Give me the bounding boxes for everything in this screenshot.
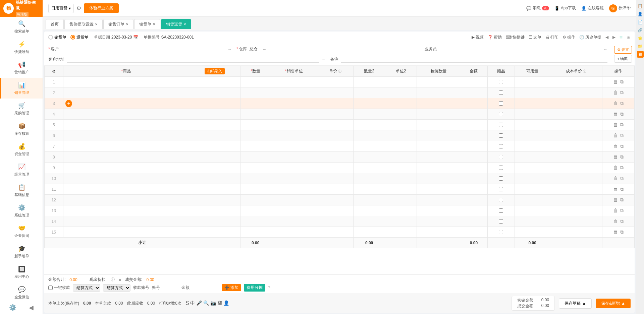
cell-unit-12[interactable] — [271, 195, 317, 205]
gift-check-6[interactable] — [499, 133, 503, 138]
cell-pkgqty-13[interactable] — [417, 205, 460, 216]
cell-gift-1[interactable] — [487, 77, 515, 87]
cell-unit2-13[interactable] — [385, 205, 417, 216]
prev-icon[interactable]: ◀ — [605, 35, 608, 40]
cell-amount-1[interactable] — [460, 77, 487, 87]
cell-available-10[interactable] — [515, 173, 550, 184]
cell-price-11[interactable] — [317, 184, 353, 195]
cell-available-14[interactable] — [515, 216, 550, 227]
settings-gear-icon[interactable]: ⚙ — [76, 5, 81, 11]
gift-check-11[interactable] — [499, 187, 503, 191]
cell-amount-2[interactable] — [460, 87, 487, 98]
address-input[interactable] — [67, 56, 319, 63]
delete-btn-10[interactable]: 🗑 — [612, 175, 619, 182]
cell-available-7[interactable] — [515, 141, 550, 152]
cell-unit2-10[interactable] — [385, 173, 417, 184]
cell-qty2-12[interactable] — [353, 195, 385, 205]
cell-pkgqty-7[interactable] — [417, 141, 460, 152]
delete-btn-11[interactable]: 🗑 — [612, 186, 619, 192]
product-input-3[interactable] — [73, 101, 187, 106]
cell-pkgqty-8[interactable] — [417, 152, 460, 163]
cell-cost-15[interactable] — [550, 227, 602, 238]
cell-amount-11[interactable] — [460, 184, 487, 195]
cell-unit-1[interactable] — [271, 77, 317, 87]
cell-pkgqty-11[interactable] — [417, 184, 460, 195]
right-sidebar-btn-1[interactable]: 📋 — [637, 3, 644, 9]
gift-check-4[interactable] — [499, 112, 503, 116]
cell-qty-14[interactable] — [240, 216, 271, 227]
save-draft-button[interactable]: 保存草稿 ▲ — [559, 298, 592, 309]
cell-gift-4[interactable] — [487, 109, 515, 120]
right-sidebar-btn-3[interactable]: 📄 — [637, 19, 644, 25]
cell-qty-3[interactable] — [240, 98, 271, 109]
cell-qty2-4[interactable] — [353, 109, 385, 120]
right-sidebar-btn-2[interactable]: 👤 — [637, 11, 644, 17]
return-radio[interactable]: 退货单 — [70, 35, 89, 40]
save-new-button[interactable]: 保存&新增 ▲ — [596, 299, 631, 308]
cell-pkgqty-1[interactable] — [417, 77, 460, 87]
list-view-icon[interactable]: ≡ — [620, 34, 623, 40]
cell-product-1[interactable] — [63, 77, 189, 87]
tab-sales-return-close[interactable]: ✕ — [183, 22, 186, 26]
cell-price-8[interactable] — [317, 152, 353, 163]
print-btn[interactable]: 🖨 打印 — [545, 35, 558, 40]
address-dots[interactable]: ··· — [322, 57, 325, 62]
cell-cost-10[interactable] — [550, 173, 602, 184]
logistics-btn[interactable]: + 物流 — [614, 55, 632, 63]
cell-qty2-6[interactable] — [353, 130, 385, 141]
gift-check-7[interactable] — [499, 144, 503, 148]
gift-check-1[interactable] — [499, 80, 503, 84]
cell-amount-8[interactable] — [460, 152, 487, 163]
payment-method-select[interactable]: 结算方式 — [73, 284, 100, 292]
settings-btn[interactable]: ⚙ 设置 — [614, 46, 632, 54]
cell-pkgqty-5[interactable] — [417, 120, 460, 130]
warehouse-dots[interactable]: ··· — [263, 47, 266, 52]
cell-unit-9[interactable] — [271, 163, 317, 173]
copy-btn-6[interactable]: ⧉ — [620, 132, 624, 139]
history-btn[interactable]: 🕐 历史单据 — [579, 35, 601, 40]
cell-gift-5[interactable] — [487, 120, 515, 130]
cell-amount-14[interactable] — [460, 216, 487, 227]
cell-qty2-8[interactable] — [353, 152, 385, 163]
cell-product-8[interactable] — [63, 152, 189, 163]
cell-qty-13[interactable] — [240, 205, 271, 216]
cell-unit2-9[interactable] — [385, 163, 417, 173]
cell-product-14[interactable] — [63, 216, 189, 227]
cell-unit2-1[interactable] — [385, 77, 417, 87]
cell-gift-6[interactable] — [487, 130, 515, 141]
cell-unit-8[interactable] — [271, 152, 317, 163]
cell-available-2[interactable] — [515, 87, 550, 98]
sidebar-item-marketing[interactable]: 📢营销推广 — [0, 58, 43, 78]
cell-price-10[interactable] — [317, 173, 353, 184]
copy-btn-8[interactable]: ⧉ — [620, 153, 624, 161]
app-download-item[interactable]: 📱 App下载 — [554, 5, 576, 11]
right-sidebar-btn-5[interactable]: ⭐ — [637, 35, 644, 42]
delete-btn-12[interactable]: 🗑 — [612, 196, 619, 203]
settings-icon[interactable]: ⚙️ — [9, 304, 16, 311]
gift-check-2[interactable] — [499, 90, 503, 95]
cell-qty2-7[interactable] — [353, 141, 385, 152]
delete-btn-3[interactable]: 🗑 — [612, 100, 619, 107]
help-btn[interactable]: ❓ 帮助 — [488, 35, 502, 40]
tab-sales-delivery[interactable]: 销货单 ✕ — [134, 19, 160, 29]
cell-cost-3[interactable] — [550, 98, 602, 109]
cell-unit-6[interactable] — [271, 130, 317, 141]
cell-product-2[interactable] — [63, 87, 189, 98]
copy-btn-1[interactable]: ⧉ — [620, 78, 624, 85]
cell-cost-2[interactable] — [550, 87, 602, 98]
sidebar-item-shortcut[interactable]: ⚡快捷导航 — [0, 37, 43, 58]
copy-btn-3[interactable]: ⧉ — [620, 100, 624, 107]
cell-unit2-11[interactable] — [385, 184, 417, 195]
customer-input[interactable] — [61, 46, 225, 52]
cell-amount-3[interactable] — [460, 98, 487, 109]
cell-qty2-10[interactable] — [353, 173, 385, 184]
user-tool[interactable]: 👤 — [223, 300, 229, 306]
amount-input[interactable] — [192, 285, 219, 290]
cell-unit2-5[interactable] — [385, 120, 417, 130]
add-btn[interactable]: ➕ 添加 — [222, 284, 241, 291]
delete-btn-5[interactable]: 🗑 — [612, 121, 619, 128]
cell-pkgqty-12[interactable] — [417, 195, 460, 205]
cell-available-9[interactable] — [515, 163, 550, 173]
delete-btn-8[interactable]: 🗑 — [612, 153, 619, 160]
split-help-icon[interactable]: ? — [268, 286, 270, 290]
